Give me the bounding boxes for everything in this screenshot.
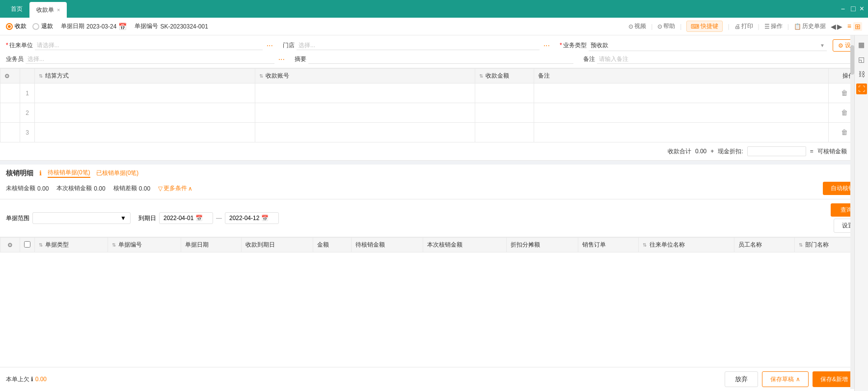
row-1-delete-icon[interactable]: 🗑 [841,89,848,97]
row-2-remark[interactable] [534,103,829,123]
summary-row: 收款合计 0.00 + 现金折扣: = 可核销金额 0.00 [0,142,868,161]
more-conditions-btn[interactable]: ▽ 更多条件 ∧ [158,184,192,193]
history-link[interactable]: 📋 历史单据 [794,22,826,30]
row-3-amount[interactable] [475,123,534,142]
summary-input[interactable] [308,55,573,64]
row-1-settings [0,84,20,103]
staff-label: 业务员 [6,55,24,63]
bottom-table: ⚙ ⇅ 单据类型 ⇅ 单据编号 单据日期 [0,237,868,252]
scrollbar-track [850,35,854,389]
col-settings-header: ⚙ [0,69,20,84]
bottom-col-settings: ⚙ [0,238,20,252]
business-type-select[interactable]: 预收款 ▼ [589,40,827,51]
table-settings-icon[interactable]: ⚙ [4,73,10,80]
footer-info-icon[interactable]: ℹ [31,376,33,383]
range-select[interactable]: ▼ [32,212,131,224]
row-3-num: 3 [20,123,35,142]
window-close-icon[interactable]: × [860,4,864,13]
form-section: 往来单位 ··· 门店 ··· 业务类型 预收款 ▼ [0,35,868,68]
verify-info-icon[interactable]: ℹ [39,169,42,177]
radio-receipt[interactable]: 收款 [6,22,27,30]
partner-input[interactable] [35,41,263,50]
help-link[interactable]: ⊙ 帮助 [657,22,675,30]
row-3-settlement[interactable] [35,123,255,142]
tab-bar: 首页 收款单 × － □ × [0,0,868,18]
remark-input[interactable] [597,55,862,64]
filter-row: 单据范围 ▼ 到期日 2022-04-01 📅 — 2022-04-12 📅 [0,199,868,237]
shop-input[interactable] [297,41,540,50]
staff-input[interactable] [26,55,274,64]
draft-button[interactable]: 保存草稿 ∧ [762,371,809,387]
staff-more-btn[interactable]: ··· [278,55,285,64]
shop-label: 门店 [283,41,295,50]
row-1-remark[interactable] [534,84,829,103]
done-tab[interactable]: 已核销单据(0笔) [96,169,139,177]
discard-button[interactable]: 放弃 [725,371,758,387]
row-2-settings [0,103,20,123]
table-row: 3 🗑 ⧉ [0,123,868,142]
nav-arrows: ◀ ▶ [831,23,842,30]
tab-bar-right: － □ × [839,4,864,14]
row-1-settlement[interactable] [35,84,255,103]
form-row-1: 往来单位 ··· 门店 ··· 业务类型 预收款 ▼ [6,39,862,52]
main-table: ⚙ ⇅ 结算方式 ⇅ 收款账号 ⇅ 收款金额 [0,68,868,142]
sidebar-icon-3[interactable]: ⛓ [856,69,867,80]
row-2-settlement[interactable] [35,103,255,123]
right-sidebar: ▦ ◱ ⛓ ⛶ [854,35,868,391]
col-rownum-header [20,69,35,84]
row-3-account[interactable] [255,123,475,142]
verify-title: 核销明细 [6,169,33,178]
pending-tab[interactable]: 待核销单据(0笔) [48,168,90,178]
row-2-amount[interactable] [475,103,534,123]
tab-close-icon[interactable]: × [57,7,60,13]
discount-input[interactable] [747,146,806,156]
row-3-settings [0,123,20,142]
row-2-account[interactable] [255,103,475,123]
due-date-from-input[interactable]: 2022-04-01 📅 [159,212,213,224]
list-view-icon[interactable]: ≡ [847,22,851,31]
print-link[interactable]: 🖨 打印 [734,22,753,30]
date-separator: — [216,215,222,222]
video-link[interactable]: ⊙ 视频 [628,22,646,30]
bottom-col-sales-order: 销售订单 [578,238,638,252]
sort-icon: ⇅ [479,73,483,79]
calendar-from-icon[interactable]: 📅 [195,215,203,222]
equals-label: = [810,148,814,155]
select-all-checkbox[interactable] [24,241,30,248]
date-calendar-icon[interactable]: 📅 [118,23,127,30]
grid-view-icon[interactable]: ⊞ [853,22,862,31]
scrollbar-thumb[interactable] [850,45,854,75]
row-2-num: 2 [20,103,35,123]
verify-stats: 未核销金额 0.00 本次核销金额 0.00 核销差额 0.00 ▽ 更多条件 … [0,180,868,199]
form-row-2: 业务员 ··· 摘要 备注 [6,55,862,64]
calendar-to-icon[interactable]: 📅 [261,215,269,222]
toolbar: 收款 退款 单据日期 2023-03-24 📅 单据编号 SK-20230324… [0,18,868,35]
row-3-remark[interactable] [534,123,829,142]
shortcut-button[interactable]: ⌨ 快捷键 [686,21,723,32]
total-value: 0.00 [695,148,706,155]
bottom-col-type: ⇅ 单据类型 [35,238,108,252]
row-1-amount[interactable] [475,84,534,103]
due-date-to-input[interactable]: 2022-04-12 📅 [225,212,279,224]
radio-refund[interactable]: 退款 [32,22,53,30]
tab-receipt[interactable]: 收款单 × [29,2,67,18]
window-maximize-icon[interactable]: □ [851,4,856,13]
partner-more-btn[interactable]: ··· [267,41,273,50]
window-minimize-icon[interactable]: － [839,4,847,14]
bottom-col-discount: 折扣分摊额 [506,238,578,252]
col-amount-header: ⇅ 收款金额 [475,69,534,84]
row-1-account[interactable] [255,84,475,103]
range-field: 单据范围 ▼ [6,212,131,224]
sidebar-icon-4[interactable]: ⛶ [856,84,867,94]
operation-link[interactable]: ☰ 操作 [764,22,783,30]
row-2-delete-icon[interactable]: 🗑 [841,109,848,117]
shop-more-btn[interactable]: ··· [543,41,550,50]
tab-home[interactable]: 首页 [4,0,29,18]
sidebar-icon-2[interactable]: ◱ [856,54,867,65]
plus-label: + [710,148,714,155]
next-arrow[interactable]: ▶ [837,23,842,30]
row-3-delete-icon[interactable]: 🗑 [841,128,848,137]
prev-arrow[interactable]: ◀ [831,23,836,30]
sidebar-icon-1[interactable]: ▦ [856,39,867,50]
bottom-table-settings-icon[interactable]: ⚙ [7,242,13,249]
